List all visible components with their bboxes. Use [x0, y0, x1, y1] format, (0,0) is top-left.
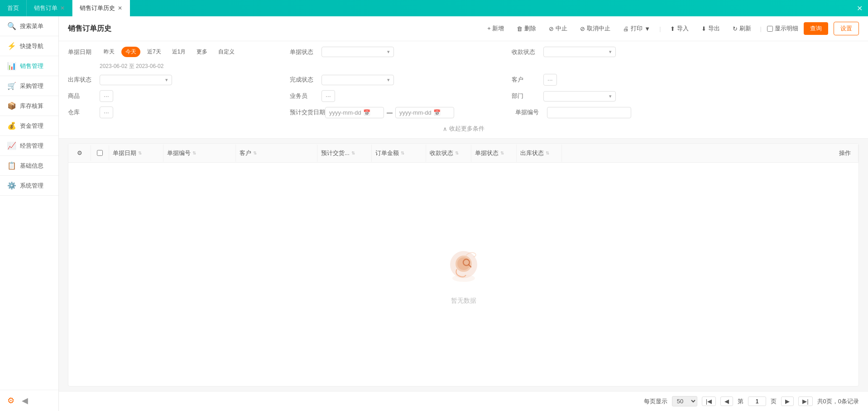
th-amount[interactable]: 订单金额 ⇅ [372, 145, 426, 162]
th-date[interactable]: 单据日期 ⇅ [109, 145, 163, 162]
window-close-btn[interactable]: ✕ [857, 4, 863, 13]
sidebar-item-operations[interactable]: 📈 经营管理 [0, 136, 58, 156]
th-no[interactable]: 单据编号 ⇅ [163, 145, 236, 162]
sidebar-item-search[interactable]: 🔍 搜索菜单 [0, 16, 58, 36]
settings-button[interactable]: 设置 [834, 22, 859, 35]
calendar-to-icon: 📅 [433, 109, 441, 116]
pay-status-select[interactable]: ▾ [543, 47, 616, 57]
salesperson-select[interactable]: ··· [321, 90, 335, 102]
new-button[interactable]: + 新增 [484, 23, 508, 34]
tab-sales-history-close[interactable]: ✕ [118, 5, 122, 11]
show-detail-input[interactable] [767, 26, 773, 32]
th-delivery[interactable]: 预计交货... ⇅ [317, 145, 372, 162]
import-button[interactable]: ⬆ 导入 [667, 23, 692, 34]
complete-status-select[interactable]: ▾ [321, 75, 394, 85]
sidebar-item-inventory[interactable]: 📦 库存核算 [0, 96, 58, 116]
th-out-status-label: 出库状态 [520, 149, 544, 157]
warehouse-label: 仓库 [68, 108, 100, 116]
table-header: ⚙ 单据日期 ⇅ 单据编号 ⇅ 客户 ⇅ 预计交货... [68, 144, 858, 163]
page-number-input[interactable] [748, 396, 766, 406]
top-bar: 首页 销售订单 ✕ 销售订单历史 ✕ ✕ [0, 0, 868, 16]
page-last-btn[interactable]: ▶| [798, 396, 812, 406]
refresh-button[interactable]: ↻ 刷新 [729, 23, 755, 34]
date-pill-1month[interactable]: 近1月 [168, 47, 190, 57]
out-status-select[interactable]: ▾ [100, 75, 172, 85]
out-status-label: 出库状态 [68, 76, 100, 84]
product-select[interactable]: ··· [100, 90, 113, 102]
complete-status-chevron: ▾ [387, 77, 390, 83]
department-control: ▾ [543, 91, 715, 102]
th-pay-status[interactable]: 收款状态 ⇅ [426, 145, 471, 162]
sidebar-item-basic-info-label: 基础信息 [20, 162, 43, 170]
date-range-row: 2023-06-02 至 2023-06-02 [100, 62, 859, 70]
pay-status-control: ▾ [543, 47, 715, 57]
sidebar-settings-icon[interactable]: ⚙ [7, 396, 14, 406]
total-records-text: 共0页，0条记录 [817, 397, 859, 406]
sidebar-item-basic-info[interactable]: 📋 基础信息 [0, 156, 58, 176]
sidebar-item-system[interactable]: ⚙️ 系统管理 [0, 176, 58, 196]
date-pill-more[interactable]: 更多 [192, 47, 211, 57]
cancel-stop-label: 取消中止 [587, 24, 610, 33]
sidebar-item-sales[interactable]: 📊 销售管理 [0, 56, 58, 76]
print-button[interactable]: 🖨 打印 ▼ [619, 23, 654, 34]
out-status-control: ▾ [100, 75, 272, 85]
delivery-date-from[interactable]: yyyy-mm-dd 📅 [325, 107, 384, 118]
th-op: 操作 [562, 145, 858, 162]
table-area: ⚙ 单据日期 ⇅ 单据编号 ⇅ 客户 ⇅ 预计交货... [68, 143, 859, 387]
date-pill-yesterday[interactable]: 昨天 [100, 47, 119, 57]
query-button[interactable]: 查询 [804, 22, 828, 35]
th-settings[interactable]: ⚙ [68, 145, 91, 161]
page-size-label: 每页显示 [644, 397, 667, 406]
date-range-dash: — [387, 109, 393, 116]
tab-sales-order-label: 销售订单 [34, 4, 58, 12]
page-next-btn[interactable]: ▶ [781, 396, 794, 406]
department-select[interactable]: ▾ [543, 91, 616, 102]
sidebar-item-purchase-label: 采购管理 [20, 82, 43, 90]
delete-button[interactable]: 🗑 删除 [513, 23, 540, 34]
date-pill-custom[interactable]: 自定义 [214, 47, 239, 57]
tab-sales-order[interactable]: 销售订单 ✕ [27, 0, 72, 16]
cancel-stop-button[interactable]: ⊘ 取消中止 [576, 23, 614, 34]
sidebar-item-purchase[interactable]: 🛒 采购管理 [0, 76, 58, 96]
page-title: 销售订单历史 [68, 24, 111, 34]
system-icon: ⚙️ [7, 181, 16, 190]
customer-select[interactable]: ··· [543, 74, 557, 86]
sidebar-item-finance[interactable]: 💰 资金管理 [0, 116, 58, 136]
page-first-btn[interactable]: |◀ [702, 396, 716, 406]
page-size-select[interactable]: 50 10 20 100 [672, 396, 697, 406]
th-op-label: 操作 [839, 149, 851, 157]
salesperson-label: 业务员 [290, 92, 321, 100]
select-all-checkbox[interactable] [97, 150, 103, 156]
bill-status-select[interactable]: ▾ [321, 47, 394, 57]
th-checkbox[interactable] [91, 145, 109, 160]
collapse-arrow-icon: ∧ [443, 126, 447, 132]
bill-status-label: 单据状态 [290, 48, 321, 56]
date-label: 单据日期 [68, 48, 100, 56]
page-prev-btn[interactable]: ◀ [720, 396, 733, 406]
th-out-status[interactable]: 出库状态 ⇅ [517, 145, 562, 162]
print-arrow-icon: ▼ [644, 25, 650, 32]
tab-sales-order-close[interactable]: ✕ [60, 5, 65, 11]
tab-sales-history[interactable]: 销售订单历史 ✕ [72, 0, 130, 16]
sidebar-collapse-icon[interactable]: ◀ [22, 396, 28, 406]
date-pill-7days[interactable]: 近7天 [143, 47, 165, 57]
stop-button[interactable]: ⊘ 中止 [545, 23, 571, 34]
warehouse-select[interactable]: ··· [100, 106, 113, 118]
delivery-date-from-text: yyyy-mm-dd [329, 109, 361, 116]
sidebar-item-finance-label: 资金管理 [20, 122, 43, 130]
bill-no-input[interactable] [547, 107, 631, 118]
print-icon: 🖨 [623, 25, 629, 32]
filter-area: 单据日期 昨天 今天 近7天 近1月 更多 自定义 单据状态 ▾ [59, 41, 868, 139]
operations-icon: 📈 [7, 141, 16, 150]
delivery-date-to[interactable]: yyyy-mm-dd 📅 [395, 107, 454, 118]
date-pill-today[interactable]: 今天 [121, 47, 140, 57]
tab-home[interactable]: 首页 [0, 0, 27, 16]
export-button[interactable]: ⬇ 导出 [698, 23, 724, 34]
th-bill-status[interactable]: 单据状态 ⇅ [471, 145, 517, 162]
sidebar-item-nav[interactable]: ⚡ 快捷导航 [0, 36, 58, 56]
show-detail-checkbox[interactable]: 显示明细 [767, 24, 798, 33]
finance-icon: 💰 [7, 121, 16, 130]
filter-collapse-btn[interactable]: ∧ 收起更多条件 [68, 123, 859, 133]
th-customer[interactable]: 客户 ⇅ [236, 145, 317, 162]
top-bar-right: ✕ [851, 0, 868, 16]
